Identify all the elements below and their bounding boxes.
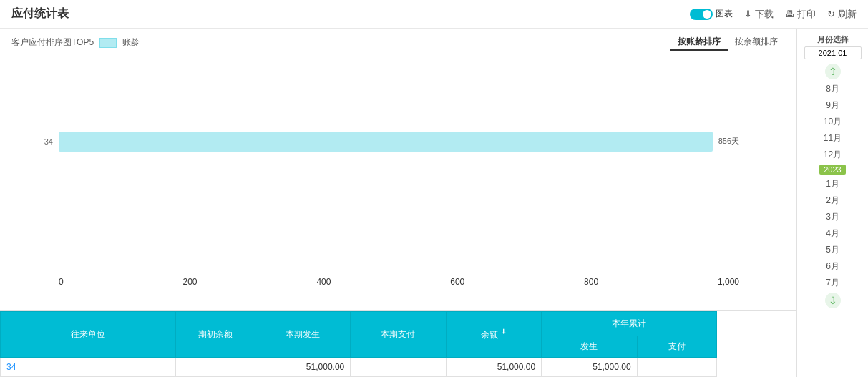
legend-title: 客户应付排序图TOP5: [11, 36, 94, 49]
col-header-balance: 余额 ⬇: [446, 312, 541, 358]
bar-end-label: 856天: [718, 136, 739, 147]
sidebar-month-2[interactable]: 2月: [804, 192, 862, 209]
refresh-icon: ↻: [827, 9, 835, 19]
col-header-payment: 本期支付: [351, 312, 446, 358]
sort-by-amount-button[interactable]: 按余额排序: [728, 34, 785, 51]
cell-payment: [351, 358, 446, 377]
chart-toggle[interactable]: 图表: [690, 8, 733, 20]
download-button[interactable]: ⇓ 下载: [744, 8, 774, 21]
sidebar-month-3[interactable]: 3月: [804, 209, 862, 225]
print-button[interactable]: 🖶 打印: [785, 8, 816, 21]
col-header-occurrence: 本期发生: [255, 312, 350, 358]
x-label-200: 200: [183, 277, 198, 287]
chart-legend: 客户应付排序图TOP5 账龄: [11, 36, 140, 49]
unit-link[interactable]: 34: [6, 362, 16, 372]
legend-box-label: 账龄: [122, 36, 140, 49]
sidebar-month-12[interactable]: 12月: [804, 147, 862, 163]
right-sidebar: 月份选择 ⇧ 8月 9月 10月 11月 12月 2023 1月 2月 3月 4…: [796, 29, 868, 377]
toggle-switch-icon: [690, 9, 713, 20]
col-header-ytd: 本年累计: [542, 312, 717, 336]
sidebar-month-7[interactable]: 7月: [804, 275, 862, 291]
sidebar-month-5[interactable]: 5月: [804, 242, 862, 258]
sidebar-down-arrow[interactable]: ⇩: [825, 293, 841, 308]
chart-sort-buttons: 按账龄排序 按余额排序: [670, 34, 785, 51]
table-row: 34 51,000.00 51,000.00 51,000.00: [1, 358, 796, 377]
page-title: 应付统计表: [11, 6, 69, 21]
summary-table: 往来单位 期初余额 本期发生 本期支付 余额 ⬇ 本年累计: [0, 311, 796, 377]
cell-unit: 34: [1, 358, 176, 377]
sidebar-year-input[interactable]: [804, 46, 862, 59]
col-header-ytd-payment: 支付: [637, 336, 716, 358]
x-axis-line: [59, 275, 739, 275]
balance-icon: ⬇: [501, 328, 507, 336]
table-section: 往来单位 期初余额 本期发生 本期支付 余额 ⬇ 本年累计: [0, 310, 796, 377]
sort-by-balance-button[interactable]: 按账龄排序: [670, 34, 728, 51]
chart-header: 客户应付排序图TOP5 账龄 按账龄排序 按余额排序: [0, 29, 796, 57]
download-icon: ⇓: [744, 9, 752, 19]
x-axis: 0 200 400 600 800 1,000: [59, 277, 739, 287]
x-label-600: 600: [450, 277, 464, 287]
cell-opening: [175, 358, 255, 377]
sidebar-month-6[interactable]: 6月: [804, 258, 862, 275]
sidebar-month-10[interactable]: 10月: [804, 114, 862, 130]
legend-box-icon: [99, 38, 117, 48]
sidebar-month-9[interactable]: 9月: [804, 97, 862, 114]
cell-occurrence: 51,000.00: [255, 358, 350, 377]
sidebar-year-badge: 2023: [819, 165, 845, 175]
sidebar-label: 月份选择: [817, 31, 849, 46]
cell-ytd-payment: [637, 358, 716, 377]
x-label-0: 0: [59, 277, 64, 287]
cell-ytd-occurrence: 51,000.00: [542, 358, 637, 377]
chart-bar: [59, 132, 713, 152]
x-label-800: 800: [584, 277, 598, 287]
header-actions: 图表 ⇓ 下载 🖶 打印 ↻ 刷新: [690, 8, 857, 21]
col-header-opening: 期初余额: [175, 312, 255, 358]
chart-body: 34 856天 0 200 400 600 800 1,000: [0, 57, 796, 310]
refresh-button[interactable]: ↻ 刷新: [827, 8, 857, 21]
sidebar-month-11[interactable]: 11月: [804, 130, 862, 147]
sidebar-month-8[interactable]: 8月: [804, 81, 862, 97]
sidebar-up-arrow[interactable]: ⇧: [825, 64, 841, 79]
bar-label: 34: [36, 137, 53, 146]
cell-balance: 51,000.00: [446, 358, 541, 377]
sidebar-month-4[interactable]: 4月: [804, 225, 862, 242]
sidebar-month-1[interactable]: 1月: [804, 176, 862, 192]
col-header-unit: 往来单位: [1, 312, 176, 358]
col-header-ytd-occurrence: 发生: [542, 336, 637, 358]
print-icon: 🖶: [785, 9, 794, 19]
chart-toggle-label: 图表: [716, 8, 733, 20]
x-label-1000: 1,000: [718, 277, 739, 287]
x-label-400: 400: [316, 277, 331, 287]
